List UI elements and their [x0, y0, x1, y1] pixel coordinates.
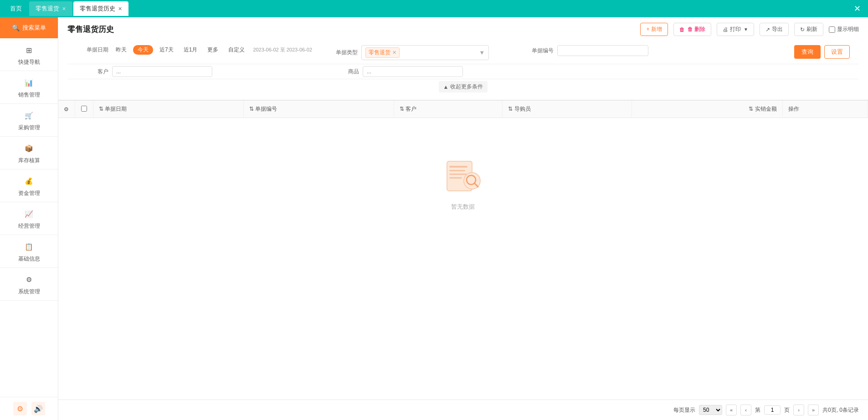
- th-guide[interactable]: ⇅ 导购员: [503, 101, 632, 118]
- table-header-row: ⚙ ⇅ 单据日期 ⇅ 单据编号 ⇅ 客户: [58, 101, 868, 118]
- first-page-button[interactable]: «: [726, 405, 737, 415]
- sidebar-item-system-label: 系统管理: [18, 288, 40, 296]
- goods-input[interactable]: [363, 66, 463, 77]
- svg-rect-3: [449, 174, 467, 175]
- svg-rect-4: [449, 177, 462, 179]
- quick-nav-icon: ⊞: [23, 44, 36, 56]
- speaker-button[interactable]: 🔊: [31, 402, 45, 415]
- sidebar-item-operations[interactable]: 📈 经营管理: [0, 202, 58, 235]
- settings-gear-button[interactable]: ⚙: [13, 402, 27, 415]
- add-button[interactable]: + 新增: [640, 23, 668, 36]
- delete-button[interactable]: 🗑 🗑 删除: [673, 23, 711, 36]
- empty-state-cell: 暂无数据: [58, 118, 868, 248]
- sidebar-item-inventory[interactable]: 📦 库存核算: [0, 137, 58, 169]
- th-action: 操作: [782, 101, 868, 118]
- type-selector[interactable]: 零售退货 ✕ ▼: [361, 45, 489, 60]
- search-icon: 🔍: [12, 24, 20, 31]
- sidebar-item-purchase[interactable]: 🛒 采购管理: [0, 104, 58, 137]
- total-records: 共0页, 0条记录: [822, 406, 859, 414]
- th-date[interactable]: ⇅ 单据日期: [93, 101, 243, 118]
- select-all-checkbox[interactable]: [81, 106, 87, 112]
- sidebar-item-operations-label: 经营管理: [18, 222, 40, 230]
- table-body: 暂无数据: [58, 118, 868, 248]
- tab-retail-return[interactable]: 零售退货 ✕: [29, 1, 72, 16]
- th-check[interactable]: [75, 101, 93, 118]
- current-page-input[interactable]: [764, 405, 781, 415]
- column-settings-icon[interactable]: ⚙: [64, 106, 69, 113]
- sidebar-item-basic-info[interactable]: 📋 基础信息: [0, 235, 58, 268]
- prev-page-button[interactable]: ‹: [740, 405, 751, 415]
- sidebar-item-quick-nav[interactable]: ⊞ 快捷导航: [0, 38, 58, 71]
- tab-home[interactable]: 首页: [4, 1, 28, 16]
- doc-number-label: 单据编号: [522, 47, 554, 55]
- tab-retail-return-history-close[interactable]: ✕: [118, 6, 122, 12]
- main-layout: 🔍 搜索菜单 ⊞ 快捷导航 📊 销售管理 🛒 采购管理 📦 库存核算 💰 资金管…: [0, 17, 868, 420]
- sidebar-item-purchase-label: 采购管理: [18, 124, 40, 132]
- purchase-icon: 🛒: [23, 109, 36, 122]
- th-amount-label: ⇅ 实销金额: [749, 106, 776, 112]
- data-table: ⚙ ⇅ 单据日期 ⇅ 单据编号 ⇅ 客户: [58, 101, 868, 247]
- customer-input[interactable]: [112, 66, 212, 77]
- display-detail-checkbox[interactable]: [829, 26, 835, 33]
- th-date-label: ⇅ 单据日期: [99, 106, 127, 112]
- operations-icon: 📈: [23, 208, 36, 220]
- type-tag: 零售退货 ✕: [365, 47, 400, 58]
- gear-icon: ⚙: [17, 405, 23, 413]
- collapse-up-icon: ▲: [443, 84, 449, 90]
- setting-button[interactable]: 设置: [824, 45, 850, 59]
- th-customer[interactable]: ⇅ 客户: [394, 101, 502, 118]
- date-yesterday-btn[interactable]: 昨天: [112, 45, 130, 55]
- page-header: 零售退货历史 + 新增 🗑 🗑 删除 🖨 打印 ▼ ↗ 导出: [58, 17, 868, 100]
- date-1month-btn[interactable]: 近1月: [180, 45, 201, 55]
- th-action-label: 操作: [788, 106, 799, 112]
- date-more-btn[interactable]: 更多: [204, 45, 222, 55]
- filter-group-date: 单据日期 昨天 今天 近7天 近1月 更多 自定义 2023-06-02 至 2…: [77, 45, 312, 55]
- page-title-row: 零售退货历史 + 新增 🗑 🗑 删除 🖨 打印 ▼ ↗ 导出: [67, 23, 859, 36]
- window-close-button[interactable]: ✕: [850, 4, 864, 14]
- print-button[interactable]: 🖨 打印 ▼: [717, 23, 754, 36]
- delete-icon: 🗑: [679, 26, 685, 33]
- collapse-label: 收起更多条件: [450, 83, 483, 91]
- date-7days-btn[interactable]: 近7天: [156, 45, 177, 55]
- date-today-btn[interactable]: 今天: [133, 45, 153, 55]
- date-custom-btn[interactable]: 自定义: [225, 45, 248, 55]
- tab-retail-return-history[interactable]: 零售退货历史 ✕: [73, 1, 128, 16]
- page-title: 零售退货历史: [67, 24, 114, 35]
- sidebar-item-system[interactable]: ⚙ 系统管理: [0, 268, 58, 301]
- query-button[interactable]: 查询: [794, 45, 821, 59]
- th-amount[interactable]: ⇅ 实销金额: [632, 101, 782, 118]
- date-filters: 昨天 今天 近7天 近1月 更多 自定义 2023-06-02 至 2023-0…: [112, 45, 312, 55]
- speaker-icon: 🔊: [34, 405, 43, 413]
- type-tag-close[interactable]: ✕: [392, 50, 396, 56]
- query-actions: 查询 设置: [794, 45, 850, 59]
- display-detail-toggle[interactable]: 显示明细: [829, 26, 859, 33]
- next-page-button[interactable]: ›: [793, 405, 804, 415]
- refresh-button[interactable]: ↻ 刷新: [794, 23, 823, 36]
- svg-rect-2: [449, 170, 465, 171]
- page-label: 页: [784, 406, 790, 414]
- export-button[interactable]: ↗ 导出: [760, 23, 789, 36]
- page-word: 第: [755, 406, 760, 414]
- th-setting[interactable]: ⚙: [58, 101, 75, 118]
- th-customer-label: ⇅ 客户: [400, 106, 416, 112]
- last-page-button[interactable]: »: [808, 405, 819, 415]
- sidebar-bottom: ⚙ 🔊: [0, 397, 58, 420]
- content: 零售退货历史 + 新增 🗑 🗑 删除 🖨 打印 ▼ ↗ 导出: [58, 17, 868, 420]
- sidebar-search[interactable]: 🔍 搜索菜单: [0, 17, 58, 38]
- inventory-icon: 📦: [23, 142, 36, 155]
- th-guide-label: ⇅ 导购员: [508, 106, 530, 112]
- th-number-label: ⇅ 单据编号: [249, 106, 277, 112]
- customer-filter-label: 客户: [77, 68, 108, 76]
- th-number[interactable]: ⇅ 单据编号: [243, 101, 394, 118]
- filter-section-row2: 客户 商品: [67, 64, 859, 79]
- sidebar-item-inventory-label: 库存核算: [18, 157, 40, 164]
- per-page-select[interactable]: 50 20 100: [699, 405, 722, 415]
- export-label: 导出: [772, 26, 783, 33]
- doc-number-input[interactable]: [557, 45, 648, 56]
- collapse-button[interactable]: ▲ 收起更多条件: [439, 81, 488, 92]
- type-filter-label: 单据类型: [326, 49, 358, 56]
- sidebar-item-finance[interactable]: 💰 资金管理: [0, 169, 58, 202]
- finance-icon: 💰: [23, 175, 36, 188]
- sidebar-item-sales[interactable]: 📊 销售管理: [0, 71, 58, 104]
- tab-retail-return-close[interactable]: ✕: [62, 6, 66, 12]
